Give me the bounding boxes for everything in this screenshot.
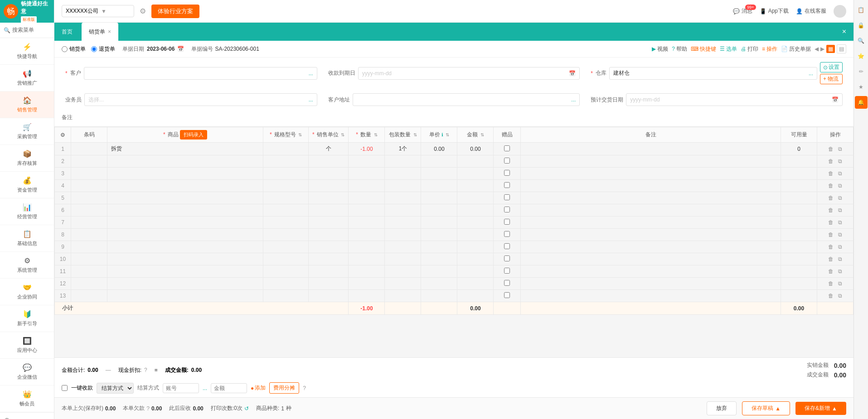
row-barcode[interactable] xyxy=(71,155,107,168)
row-barcode[interactable] xyxy=(71,180,107,192)
row-price[interactable] xyxy=(421,217,457,229)
expense-help-icon[interactable]: ? xyxy=(303,385,306,391)
copy-icon[interactable]: ⧉ xyxy=(838,207,842,213)
row-goods[interactable] xyxy=(107,290,263,302)
radio-sales[interactable]: 销货单 xyxy=(62,45,86,53)
row-goods[interactable] xyxy=(107,192,263,204)
row-barcode[interactable] xyxy=(71,265,107,278)
row-price[interactable] xyxy=(421,265,457,278)
row-unit[interactable] xyxy=(309,217,349,229)
spec-sort-icon[interactable]: ⇅ xyxy=(298,132,302,137)
row-amount[interactable] xyxy=(457,290,494,302)
sidebar-item-capital[interactable]: 💰 资金管理 xyxy=(0,172,54,198)
row-price[interactable] xyxy=(421,229,457,241)
row-amount[interactable] xyxy=(457,278,494,290)
row-amount[interactable] xyxy=(457,229,494,241)
row-price[interactable] xyxy=(421,241,457,253)
row-barcode[interactable] xyxy=(71,229,107,241)
row-unit[interactable] xyxy=(309,192,349,204)
print-action[interactable]: 🖨 打印 xyxy=(741,45,758,53)
sidebar-collapse-icon[interactable]: ◀ xyxy=(45,417,50,419)
history-action[interactable]: 📄 历史单据 xyxy=(781,45,811,53)
bill-short-help-icon[interactable]: ? xyxy=(146,405,150,412)
delete-icon[interactable]: 🗑 xyxy=(828,219,834,226)
sidebar-item-enterprise[interactable]: 🤝 企业协同 xyxy=(0,279,54,305)
row-unit[interactable]: 个 xyxy=(309,143,349,155)
row-spec[interactable] xyxy=(263,155,309,168)
row-spec[interactable] xyxy=(263,265,309,278)
right-tool-star[interactable]: ★ xyxy=(855,81,868,93)
row-price[interactable] xyxy=(421,180,457,192)
row-remark[interactable] xyxy=(521,168,781,180)
copy-icon[interactable]: ⧉ xyxy=(838,244,842,250)
copy-icon[interactable]: ⧉ xyxy=(838,146,842,152)
row-goods[interactable]: 拆货 xyxy=(107,143,263,155)
row-pkg[interactable] xyxy=(385,192,421,204)
row-gift[interactable] xyxy=(494,229,521,241)
row-pkg[interactable] xyxy=(385,155,421,168)
row-gift[interactable] xyxy=(494,192,521,204)
row-qty[interactable] xyxy=(349,192,385,204)
company-select[interactable]: XXXXXX公司 ▼ xyxy=(62,5,134,17)
row-amount[interactable] xyxy=(457,168,494,180)
row-qty[interactable] xyxy=(349,229,385,241)
row-remark[interactable] xyxy=(521,265,781,278)
unit-sort-icon[interactable]: ⇅ xyxy=(341,132,344,137)
row-remark[interactable] xyxy=(521,217,781,229)
row-goods[interactable] xyxy=(107,253,263,265)
sidebar-item-apps[interactable]: 🔲 应用中心 xyxy=(0,332,54,359)
sidebar-settings-icon[interactable]: ⚙ xyxy=(4,416,10,419)
row-qty[interactable] xyxy=(349,180,385,192)
row-gift[interactable] xyxy=(494,143,521,155)
row-barcode[interactable] xyxy=(71,217,107,229)
delete-icon[interactable]: 🗑 xyxy=(828,158,834,164)
customer-addr-input[interactable]: ... xyxy=(353,93,580,106)
row-price[interactable] xyxy=(421,253,457,265)
row-remark[interactable] xyxy=(521,180,781,192)
delete-icon[interactable]: 🗑 xyxy=(828,268,834,275)
row-pkg[interactable] xyxy=(385,180,421,192)
row-amount[interactable] xyxy=(457,241,494,253)
row-pkg[interactable] xyxy=(385,278,421,290)
message-button[interactable]: 💬 消息 99+ xyxy=(733,7,752,15)
row-price[interactable]: 0.00 xyxy=(421,143,457,155)
copy-icon[interactable]: ⧉ xyxy=(838,293,842,299)
sidebar-item-marketing[interactable]: 📢 营销推广 xyxy=(0,65,54,92)
amount-input[interactable] xyxy=(211,383,247,393)
copy-icon[interactable]: ⧉ xyxy=(838,195,842,201)
video-action[interactable]: ▶ 视频 xyxy=(652,45,668,53)
row-spec[interactable] xyxy=(263,290,309,302)
tabbar-close-icon[interactable]: × xyxy=(835,28,853,36)
sidebar-item-quick-nav[interactable]: ⚡ 快捷导航 xyxy=(0,38,54,65)
row-qty[interactable] xyxy=(349,265,385,278)
payment-date-input[interactable]: yyyy-mm-dd 📅 xyxy=(358,67,580,80)
row-qty[interactable] xyxy=(349,168,385,180)
row-goods[interactable] xyxy=(107,204,263,217)
row-barcode[interactable] xyxy=(71,168,107,180)
row-pkg[interactable] xyxy=(385,229,421,241)
goods-type-info[interactable]: 商品种类: 1 种 xyxy=(256,405,291,412)
scan-button[interactable]: 扫码录入 xyxy=(180,130,207,140)
row-gift[interactable] xyxy=(494,278,521,290)
right-tool-favorite[interactable]: ⭐ xyxy=(855,50,868,63)
row-gift[interactable] xyxy=(494,253,521,265)
settings-button[interactable]: ⊙ ⊙ 设置 设置 xyxy=(820,62,843,72)
amount-sort-icon[interactable]: ⇅ xyxy=(480,132,484,137)
row-spec[interactable] xyxy=(263,192,309,204)
row-barcode[interactable] xyxy=(71,253,107,265)
row-amount[interactable] xyxy=(457,192,494,204)
row-goods[interactable] xyxy=(107,217,263,229)
customer-addr-dots[interactable]: ... xyxy=(571,96,576,103)
copy-icon[interactable]: ⧉ xyxy=(838,280,842,287)
sidebar-item-system[interactable]: ⚙ 系统管理 xyxy=(0,252,54,279)
warehouse-dots[interactable]: ... xyxy=(809,70,813,77)
row-remark[interactable] xyxy=(521,229,781,241)
row-remark[interactable] xyxy=(521,155,781,168)
row-price[interactable] xyxy=(421,155,457,168)
row-unit[interactable] xyxy=(309,290,349,302)
row-qty[interactable] xyxy=(349,241,385,253)
trial-button[interactable]: 体验行业方案 xyxy=(151,5,199,18)
row-spec[interactable] xyxy=(263,143,309,155)
logistics-button[interactable]: + 物流 xyxy=(820,74,843,84)
row-unit[interactable] xyxy=(309,229,349,241)
